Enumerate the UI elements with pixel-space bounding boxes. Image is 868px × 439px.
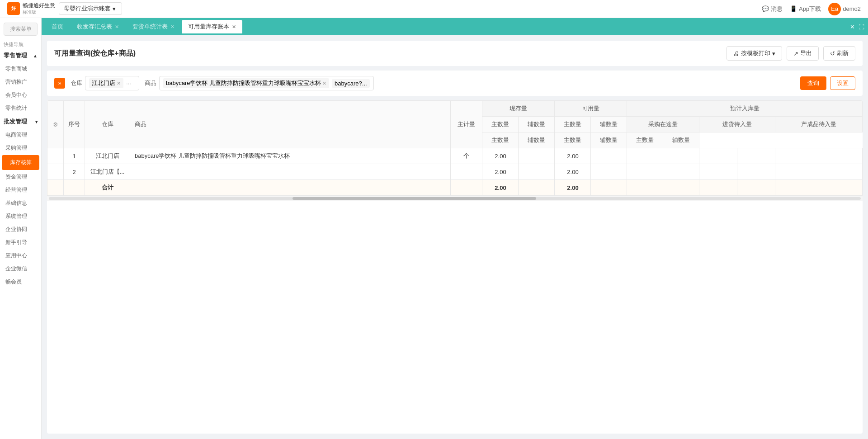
sidebar-item-member[interactable]: 会员中心 bbox=[0, 89, 41, 102]
footer-purchase-aux bbox=[663, 180, 699, 196]
message-label: 消息 bbox=[771, 5, 783, 13]
sidebar-item-enterprise-wechat[interactable]: 企业微信 bbox=[0, 262, 41, 275]
footer-num bbox=[64, 180, 85, 196]
quick-nav-label: 快捷导航 bbox=[0, 38, 41, 49]
th-current-stock-group: 现存量 bbox=[482, 101, 555, 117]
user-area[interactable]: Ea demo2 bbox=[828, 3, 861, 15]
app-download-label: App下载 bbox=[799, 5, 821, 13]
sidebar-item-basic-info[interactable]: 基础信息 bbox=[0, 197, 41, 210]
sidebar: 搜索菜单 快捷导航 零售管理 ▲ 零售商城 营销推广 会员中心 零售统计 批发管… bbox=[0, 18, 42, 439]
footer-product bbox=[130, 180, 451, 196]
tab-expand-icon[interactable]: ⛶ bbox=[859, 24, 864, 30]
table-row: 2 江北门店【... 2.00 2.00 bbox=[47, 164, 863, 180]
tab-receive-send[interactable]: 收发存汇总表 ✕ bbox=[71, 20, 125, 33]
sidebar-item-system[interactable]: 系统管理 bbox=[0, 210, 41, 223]
export-label: 导出 bbox=[800, 49, 812, 57]
app-download-btn[interactable]: 📱 App下载 bbox=[790, 5, 821, 13]
tab-order-stats-close[interactable]: ✕ bbox=[170, 24, 175, 30]
product-input[interactable]: babycare学饮杯 儿童防摔防撞吸管杯重力球吸嘴杯宝宝水杯 ✕ babyca… bbox=[159, 76, 374, 90]
filter-expand-btn[interactable]: » bbox=[54, 78, 65, 89]
cell-purchase-transit-aux bbox=[663, 148, 699, 164]
th-product: 商品 bbox=[130, 101, 451, 148]
sidebar-item-wholesale[interactable]: 批发管理 ▾ bbox=[0, 115, 41, 128]
cell-available-aux bbox=[591, 148, 627, 164]
main-content: 首页 收发存汇总表 ✕ 要货单统计表 ✕ 可用量库存账本 ✕ ✕ ⛶ bbox=[42, 18, 868, 439]
sidebar-item-vip[interactable]: 畅会员 bbox=[0, 275, 41, 288]
tab-order-stats[interactable]: 要货单统计表 ✕ bbox=[126, 20, 181, 33]
page-content: 可用量查询(按仓库+商品) 🖨 按模板打印 ▾ ↗ 导出 ↺ 刷新 bbox=[42, 35, 868, 439]
refresh-label: 刷新 bbox=[837, 49, 849, 57]
scrollbar-area bbox=[47, 196, 863, 201]
th-main-unit: 主计量 bbox=[451, 101, 482, 148]
tab-bar: 首页 收发存汇总表 ✕ 要货单统计表 ✕ 可用量库存账本 ✕ ✕ ⛶ bbox=[42, 18, 868, 35]
table-row: 1 江北门店 babycare学饮杯 儿童防摔防撞吸管杯重力球吸嘴杯宝宝水杯 个… bbox=[47, 148, 863, 164]
tab-receive-send-close[interactable]: ✕ bbox=[115, 24, 119, 30]
setting-btn[interactable]: 设置 bbox=[830, 76, 855, 90]
footer-settings bbox=[47, 180, 64, 196]
export-btn[interactable]: ↗ 导出 bbox=[787, 46, 819, 61]
cell-finished-pending-aux bbox=[819, 148, 863, 164]
template-print-btn[interactable]: 🖨 按模板打印 ▾ bbox=[726, 46, 782, 61]
retail-mgmt-arrow: ▲ bbox=[33, 53, 38, 58]
cell-current-aux bbox=[519, 164, 555, 180]
cell-unit bbox=[451, 164, 482, 180]
sidebar-search: 搜索菜单 bbox=[0, 18, 41, 38]
warehouse-tag-close[interactable]: ✕ bbox=[117, 80, 121, 86]
username: demo2 bbox=[843, 5, 861, 12]
filter-product-field: 商品 babycare学饮杯 儿童防摔防撞吸管杯重力球吸嘴杯宝宝水杯 ✕ bab… bbox=[145, 76, 374, 90]
sidebar-item-app-center[interactable]: 应用中心 bbox=[0, 249, 41, 262]
warehouse-input[interactable]: 江北门店 ✕ ··· bbox=[85, 76, 139, 90]
product-tag-close[interactable]: ✕ bbox=[322, 80, 326, 86]
sidebar-item-retail-stats[interactable]: 零售统计 bbox=[0, 102, 41, 115]
th-inbound-pending-main: 主数量 bbox=[555, 132, 591, 148]
sidebar-label-wholesale: 批发管理 bbox=[4, 118, 27, 126]
sidebar-item-retail-mgmt[interactable]: 零售管理 ▲ bbox=[0, 49, 41, 62]
search-menu-btn[interactable]: 搜索菜单 bbox=[4, 23, 38, 36]
cell-unit: 个 bbox=[451, 148, 482, 164]
wholesale-arrow: ▾ bbox=[35, 119, 38, 124]
filter-area: » 仓库 江北门店 ✕ ··· 商品 babycare bbox=[47, 71, 863, 96]
footer-current-main: 2.00 bbox=[482, 180, 519, 196]
cell-finished-pending-aux bbox=[819, 164, 863, 180]
cell-current-main: 2.00 bbox=[482, 164, 519, 180]
query-btn[interactable]: 查询 bbox=[800, 76, 826, 90]
th-settings: ⚙ bbox=[47, 101, 64, 148]
th-finished-pending-group: 产成品待入量 bbox=[775, 117, 863, 132]
sidebar-item-marketing[interactable]: 营销推广 bbox=[0, 76, 41, 89]
sidebar-item-retail-mall[interactable]: 零售商城 bbox=[0, 62, 41, 76]
refresh-btn[interactable]: ↺ 刷新 bbox=[823, 46, 855, 61]
top-bar-right: 💬 消息 📱 App下载 Ea demo2 bbox=[762, 3, 861, 15]
cell-settings bbox=[47, 164, 64, 180]
cell-available-main: 2.00 bbox=[555, 148, 591, 164]
th-purchase-transit-aux: 辅数量 bbox=[519, 132, 555, 148]
sidebar-item-purchase[interactable]: 采购管理 bbox=[0, 142, 41, 155]
tab-close-all-icon[interactable]: ✕ bbox=[850, 24, 855, 30]
sidebar-item-business[interactable]: 经营管理 bbox=[0, 184, 41, 197]
footer-label: 合计 bbox=[85, 180, 130, 196]
th-num: 序号 bbox=[64, 101, 85, 148]
warehouse-tag: 江北门店 ✕ bbox=[89, 78, 123, 88]
sidebar-item-inventory[interactable]: 库存核算 bbox=[2, 155, 39, 170]
scrollbar-thumb[interactable] bbox=[292, 197, 536, 200]
org-selector[interactable]: 母婴行业演示账套 ▾ bbox=[59, 2, 122, 15]
message-btn[interactable]: 💬 消息 bbox=[762, 5, 783, 13]
product-label: 商品 bbox=[145, 79, 156, 87]
sidebar-item-enterprise-collab[interactable]: 企业协同 bbox=[0, 223, 41, 236]
page-actions: 🖨 按模板打印 ▾ ↗ 导出 ↺ 刷新 bbox=[726, 46, 855, 61]
warehouse-label: 仓库 bbox=[71, 79, 82, 87]
logo-icon: 好 bbox=[7, 2, 20, 15]
sidebar-item-new-guide[interactable]: 新手引导 bbox=[0, 236, 41, 249]
cell-inbound-pending-main bbox=[699, 148, 737, 164]
sidebar-item-ecommerce[interactable]: 电商管理 bbox=[0, 128, 41, 142]
org-dropdown-icon: ▾ bbox=[113, 5, 116, 12]
sidebar-item-finance[interactable]: 资金管理 bbox=[0, 170, 41, 184]
warehouse-more[interactable]: ··· bbox=[126, 80, 131, 87]
gear-icon[interactable]: ⚙ bbox=[53, 121, 58, 128]
tab-available-stock[interactable]: 可用量库存账本 ✕ bbox=[182, 20, 242, 33]
cell-product bbox=[130, 164, 451, 180]
tab-receive-send-label: 收发存汇总表 bbox=[77, 23, 112, 31]
filter-actions: 查询 设置 bbox=[800, 76, 855, 90]
refresh-icon: ↺ bbox=[830, 50, 835, 57]
tab-available-stock-close[interactable]: ✕ bbox=[232, 24, 236, 30]
tab-home[interactable]: 首页 bbox=[45, 20, 70, 33]
